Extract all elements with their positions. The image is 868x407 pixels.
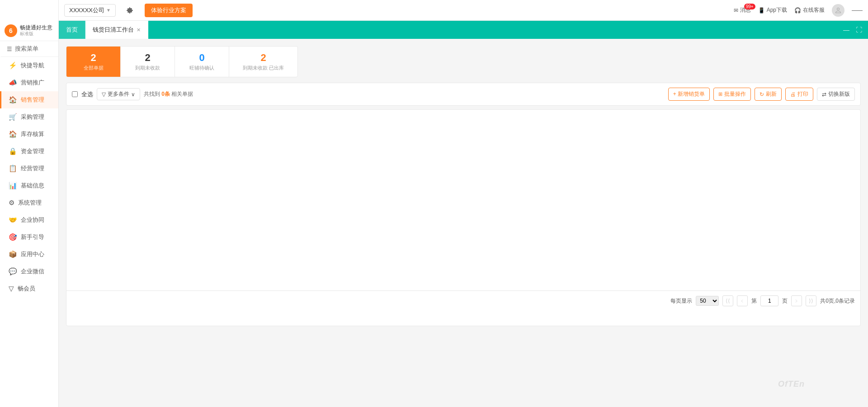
logo-sub: 标准版 xyxy=(20,31,52,37)
inventory-icon: 🏠 xyxy=(9,130,17,138)
sidebar-item-purchase[interactable]: 🛒 采购管理 xyxy=(0,108,58,126)
page-size-select[interactable]: 50 20 100 xyxy=(696,296,719,306)
stats-cards: 2 全部单据 2 到期未收款 0 旺辅待确认 2 到期未收款 已出库 xyxy=(66,46,298,77)
select-all-checkbox[interactable] xyxy=(72,91,78,97)
sidebar-cooperation-label: 企业协同 xyxy=(21,216,44,224)
top-header: 6 畅捷通好生意 标准版 ☰ 搜索菜单 ⚡ 快捷导航 📣 营销推广 🏠 xyxy=(0,0,868,21)
switch-version-btn[interactable]: ⇄ 切换新版 xyxy=(817,88,855,101)
sidebar-item-member[interactable]: ▽ 畅会员 xyxy=(0,280,58,297)
sidebar-item-cooperation[interactable]: 🤝 企业协同 xyxy=(0,211,58,229)
sidebar-guide-label: 新手引导 xyxy=(21,233,44,241)
sidebar-item-app-center[interactable]: 📦 应用中心 xyxy=(0,246,58,263)
sidebar-item-quick-nav[interactable]: ⚡ 快捷导航 xyxy=(0,57,58,74)
cooperation-icon: 🤝 xyxy=(9,216,17,224)
company-dropdown-arrow: ▼ xyxy=(106,8,111,13)
sidebar-base-info-label: 基础信息 xyxy=(21,182,44,190)
app-center-icon: 📦 xyxy=(9,250,17,258)
stat-shipped-label: 到期未收款 已出库 xyxy=(243,65,284,71)
sidebar-purchase-label: 采购管理 xyxy=(21,113,44,121)
stat-pending-number: 0 xyxy=(189,52,215,64)
stat-shipped-unpaid[interactable]: 2 到期未收款 已出库 xyxy=(229,47,297,77)
sidebar-inventory-label: 库存核算 xyxy=(21,130,44,138)
sidebar-search-label: 搜索菜单 xyxy=(15,45,38,53)
batch-ops-btn[interactable]: ⊞ 批量操作 xyxy=(713,88,751,101)
headset-icon: 🎧 xyxy=(794,7,801,14)
sidebar-item-operations[interactable]: 📋 经营管理 xyxy=(0,160,58,177)
stat-all-orders-label: 全部单据 xyxy=(80,65,107,71)
tab-cash-flow[interactable]: 钱货日清工作台 ✕ xyxy=(85,21,148,39)
sidebar-marketing-label: 营销推广 xyxy=(21,79,44,87)
stat-pending-confirm[interactable]: 0 旺辅待确认 xyxy=(175,47,229,77)
stat-all-orders[interactable]: 2 全部单据 xyxy=(66,47,121,77)
company-name: XXXXXX公司 xyxy=(69,6,104,14)
message-badge: 99+ xyxy=(744,4,755,9)
tab-actions: — ⛶ xyxy=(841,21,868,39)
refresh-btn[interactable]: ↻ 刷新 xyxy=(755,88,782,101)
prev-page-btn[interactable]: ﹤ xyxy=(737,295,748,306)
message-btn[interactable]: ✉ 消息 99+ xyxy=(734,6,751,14)
stat-overdue-receivable[interactable]: 2 到期未收款 xyxy=(121,47,175,77)
pagination-bar: 每页显示 50 20 100 ⟨⟨ ﹤ 第 页 ﹥ ⟩⟩ 共0页,0条记录 xyxy=(66,290,860,311)
add-order-label: + 新增销货单 xyxy=(673,90,705,98)
quick-nav-icon: ⚡ xyxy=(9,61,17,70)
sidebar-item-base-info[interactable]: 📊 基础信息 xyxy=(0,177,58,194)
print-btn[interactable]: 🖨 打印 xyxy=(785,88,813,101)
logo-name: 畅捷通好生意 xyxy=(20,24,52,31)
sidebar: 6 畅捷通好生意 标准版 ☰ 搜索菜单 ⚡ 快捷导航 📣 营销推广 🏠 xyxy=(0,0,59,407)
last-page-btn[interactable]: ⟩⟩ xyxy=(806,295,816,306)
avatar[interactable] xyxy=(832,4,844,17)
first-page-btn[interactable]: ⟨⟨ xyxy=(722,295,733,306)
logo-icon: 6 xyxy=(5,24,17,37)
company-selector[interactable]: XXXXXX公司 ▼ xyxy=(64,4,116,17)
sidebar-item-finance[interactable]: 🔒 资金管理 xyxy=(0,143,58,160)
sidebar-app-center-label: 应用中心 xyxy=(21,250,44,258)
system-icon: ⚙ xyxy=(9,199,14,207)
print-label: 打印 xyxy=(797,90,808,98)
purchase-icon: 🛒 xyxy=(9,113,17,121)
page-label: 第 xyxy=(751,297,757,305)
total-text: 共0页,0条记录 xyxy=(820,297,855,305)
sidebar-item-guide[interactable]: 🎯 新手引导 xyxy=(0,229,58,246)
sidebar-item-system[interactable]: ⚙ 系统管理 xyxy=(0,194,58,211)
sidebar-item-marketing[interactable]: 📣 营销推广 xyxy=(0,74,58,91)
add-order-btn[interactable]: + 新增销货单 xyxy=(668,88,710,101)
tab-maximize-btn[interactable]: ⛶ xyxy=(854,24,864,35)
nav-tabs-bar: 首页 钱货日清工作台 ✕ — ⛶ xyxy=(59,21,868,39)
batch-label: 批量操作 xyxy=(724,90,746,98)
more-filter-btn[interactable]: ▽ 更多条件 ∨ xyxy=(97,88,140,100)
found-text: 共找到 0条 相关单据 xyxy=(144,90,193,98)
app-download-label: App下载 xyxy=(767,6,787,14)
marketing-icon: 📣 xyxy=(9,79,17,87)
username: —— xyxy=(852,7,863,14)
app-download-btn[interactable]: 📱 App下载 xyxy=(758,6,787,14)
per-page-label: 每页显示 xyxy=(670,297,692,305)
member-icon: ▽ xyxy=(9,285,14,293)
sidebar-operations-label: 经营管理 xyxy=(21,164,44,173)
tab-close-btn[interactable]: ✕ xyxy=(137,27,141,33)
select-all-label: 全选 xyxy=(81,90,93,98)
sidebar-quick-nav-label: 快捷导航 xyxy=(21,61,44,70)
main-content: 2 全部单据 2 到期未收款 0 旺辅待确认 2 到期未收款 已出库 全选 ▽ … xyxy=(59,39,868,407)
sidebar-item-wechat[interactable]: 💬 企业微信 xyxy=(0,263,58,280)
sidebar-item-search[interactable]: ☰ 搜索菜单 xyxy=(0,41,58,57)
sidebar-member-label: 畅会员 xyxy=(18,285,35,293)
filter-label: 更多条件 xyxy=(108,90,129,98)
refresh-label: 刷新 xyxy=(766,90,777,98)
filter-chevron: ∨ xyxy=(131,91,135,98)
experience-btn[interactable]: 体验行业方案 xyxy=(145,4,193,17)
message-icon: ✉ xyxy=(734,7,738,14)
wechat-icon: 💬 xyxy=(9,267,17,276)
stat-overdue-number: 2 xyxy=(134,52,161,64)
sidebar-wechat-label: 企业微信 xyxy=(21,267,44,276)
sidebar-item-inventory[interactable]: 🏠 库存核算 xyxy=(0,126,58,143)
next-page-btn[interactable]: ﹥ xyxy=(791,295,802,306)
tab-minimize-btn[interactable]: — xyxy=(841,24,852,35)
settings-button[interactable] xyxy=(123,4,137,17)
refresh-icon: ↻ xyxy=(760,91,764,98)
page-input[interactable] xyxy=(760,295,778,306)
search-icon: ☰ xyxy=(7,46,12,52)
online-service-btn[interactable]: 🎧 在线客服 xyxy=(794,6,825,14)
tab-home[interactable]: 首页 xyxy=(59,21,85,39)
sidebar-item-sales[interactable]: 🏠 销售管理 xyxy=(0,91,58,108)
home-tab-label: 首页 xyxy=(66,26,78,34)
